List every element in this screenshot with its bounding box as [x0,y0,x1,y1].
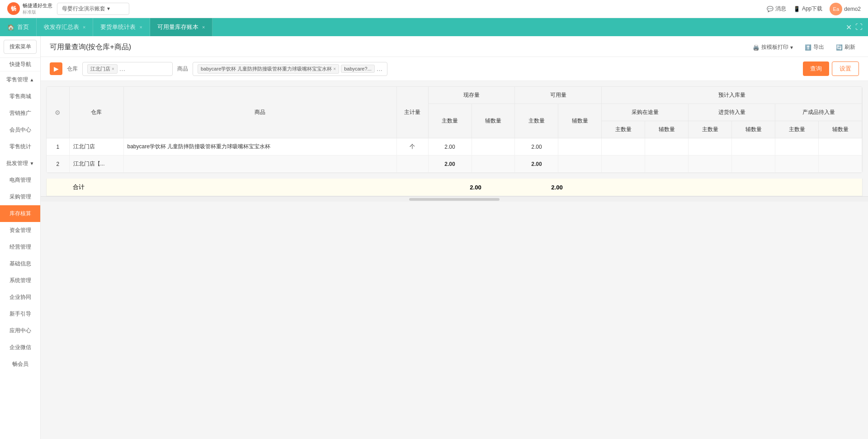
product-filter-input[interactable]: babycare学饮杯 儿童防摔防撞吸管杯重力球吸嘴杯宝宝水杯 × babyca… [193,62,387,76]
industry-selector[interactable]: 母婴行业演示账套 ▾ [57,3,129,15]
more-icon[interactable]: ... [377,65,382,73]
cell-prod-aux [819,138,862,156]
sidebar-item-quick-nav[interactable]: 快捷导航 [0,58,40,71]
scroll-thumb[interactable] [409,198,500,201]
sidebar-item-zero-sales[interactable]: 零售管理 ▲ [0,71,40,88]
column-settings-icon[interactable]: ⚙ [55,109,61,116]
message-btn[interactable]: 💬 消息 [767,5,786,13]
sidebar-item-vip[interactable]: 畅会员 [0,356,40,373]
warehouse-tag-remove[interactable]: × [112,66,114,71]
refresh-btn[interactable]: 🔄 刷新 [832,42,859,53]
more-icon[interactable]: ... [119,65,125,73]
filter-toggle-btn[interactable]: ▶ [50,62,62,75]
th-current-stock-group: 现存量 [428,87,515,104]
refresh-icon: 🔄 [836,44,843,51]
sidebar-item-enterprise[interactable]: 企业协同 [0,289,40,306]
cell-prod-aux-2 [819,156,862,173]
export-btn[interactable]: ⬆️ 导出 [801,42,828,53]
scroll-bar[interactable] [41,196,868,202]
product-tag1-remove[interactable]: × [333,66,336,71]
cell-product: babycare学饮杯 儿童防摔防撞吸管杯重力球吸嘴杯宝宝水杯 [123,138,396,156]
app-download-btn[interactable]: 📱 App下载 [793,5,822,13]
settings-button[interactable]: 设置 [832,61,859,76]
tab-order-stats[interactable]: 要货单统计表 × [93,18,150,36]
cell-no-2: 2 [47,156,69,173]
top-bar-left: 畅 畅捷通好生意 标准版 母婴行业演示账套 ▾ [7,2,129,15]
top-bar: 畅 畅捷通好生意 标准版 母婴行业演示账套 ▾ 💬 消息 📱 App下载 Ea … [0,0,868,18]
th-inbound-aux: 辅数量 [732,121,775,138]
sidebar-item-member[interactable]: 会员中心 [0,122,40,138]
main-layout: 搜索菜单 快捷导航 零售管理 ▲ 零售商城 营销推广 会员中心 零售统计 批发管… [0,36,868,439]
tab-home[interactable]: 🏠 首页 [0,18,37,36]
query-button[interactable]: 查询 [803,61,829,76]
sidebar-item-retail-mall[interactable]: 零售商城 [0,88,40,105]
table-footer: 合计 2.00 2.00 [46,179,863,196]
cell-available-aux [558,138,602,156]
sidebar-item-app-center[interactable]: 应用中心 [0,322,40,339]
sidebar-item-system[interactable]: 系统管理 [0,272,40,289]
sidebar-item-finance[interactable]: 资金管理 [0,222,40,239]
warehouse-tag: 江北门店 × [87,64,118,74]
sidebar-item-retail-stats[interactable]: 零售统计 [0,138,40,155]
sidebar-item-marketing[interactable]: 营销推广 [0,105,40,122]
search-menu-btn[interactable]: 搜索菜单 [4,40,37,54]
cell-pt-aux [645,138,689,156]
tab-close-icon[interactable]: × [83,24,85,30]
sidebar-item-operations[interactable]: 经营管理 [0,239,40,255]
filter-actions: 查询 设置 [803,61,859,76]
avatar: Ea [830,3,842,15]
cell-pt-main [602,138,645,156]
page-title: 可用量查询(按仓库+商品) [50,42,131,52]
sidebar-item-new-guide[interactable]: 新手引导 [0,306,40,322]
arrow-right-icon: ▶ [54,65,59,72]
tab-close-icon[interactable]: × [202,24,205,30]
th-planned-in-group: 预计入库量 [602,87,862,104]
expand-icon: ▲ [30,77,34,82]
cell-available-main-2: 2.00 [515,156,558,173]
sidebar-item-wholesale[interactable]: 批发管理 ▼ [0,155,40,172]
nav-tabs: 🏠 首页 收发存汇总表 × 要货单统计表 × 可用量库存账本 × ✕ ⛶ [0,18,868,36]
th-inbound-pending: 进货待入量 [689,104,775,121]
warehouse-filter-label: 仓库 [67,65,78,73]
message-icon: 💬 [767,6,774,12]
page-header: 可用量查询(按仓库+商品) 🖨️ 按模板打印 ▾ ⬆️ 导出 🔄 刷新 [41,36,868,57]
sidebar-item-enterprise-wechat[interactable]: 企业微信 [0,339,40,356]
th-current-main: 主数量 [428,104,472,138]
tab-close-icon[interactable]: × [139,24,142,30]
th-purchase-main: 主数量 [602,121,645,138]
tab-receive-summary[interactable]: 收发存汇总表 × [37,18,93,36]
expand-window-icon[interactable]: ⛶ [855,23,863,31]
th-production-main: 主数量 [775,121,819,138]
home-icon: 🏠 [7,24,14,31]
cell-prod-main [775,138,819,156]
cell-ib-aux-2 [732,156,775,173]
th-purchase-aux: 辅数量 [645,121,689,138]
warehouse-filter-input[interactable]: 江北门店 × ... [82,62,173,76]
brand-tag: 标准版 [23,9,52,15]
cell-pt-aux-2 [645,156,689,173]
sidebar-item-ecommerce[interactable]: 电商管理 [0,172,40,189]
table-row-group: 2 江北门店【... 2.00 2.00 [47,156,862,173]
product-tag-1: babycare学饮杯 儿童防摔防撞吸管杯重力球吸嘴杯宝宝水杯 × [198,64,339,74]
footer-total-label: 合计 [69,183,123,191]
sidebar-item-inventory[interactable]: 库存核算 [0,205,40,222]
tab-available-ledger[interactable]: 可用量库存账本 × [150,18,212,36]
close-window-icon[interactable]: ✕ [846,23,852,32]
th-current-aux: 辅数量 [472,104,515,138]
cell-warehouse: 江北门店 [69,138,123,156]
export-icon: ⬆️ [805,44,811,51]
th-production-pending: 产成品待入量 [775,104,862,121]
cell-current-aux [472,138,515,156]
cell-no: 1 [47,138,69,156]
print-btn[interactable]: 🖨️ 按模板打印 ▾ [749,42,797,53]
cell-unit: 个 [396,138,428,156]
cell-pt-main-2 [602,156,645,173]
username: demo2 [844,6,861,12]
th-warehouse: 仓库 [69,87,123,138]
sidebar-item-purchase[interactable]: 采购管理 [0,189,40,205]
chevron-down-icon: ▾ [107,5,110,12]
cell-warehouse-2: 江北门店【... [69,156,123,173]
industry-label: 母婴行业演示账套 [62,5,105,13]
sidebar-item-basics[interactable]: 基础信息 [0,255,40,272]
user-profile[interactable]: Ea demo2 [830,3,861,15]
